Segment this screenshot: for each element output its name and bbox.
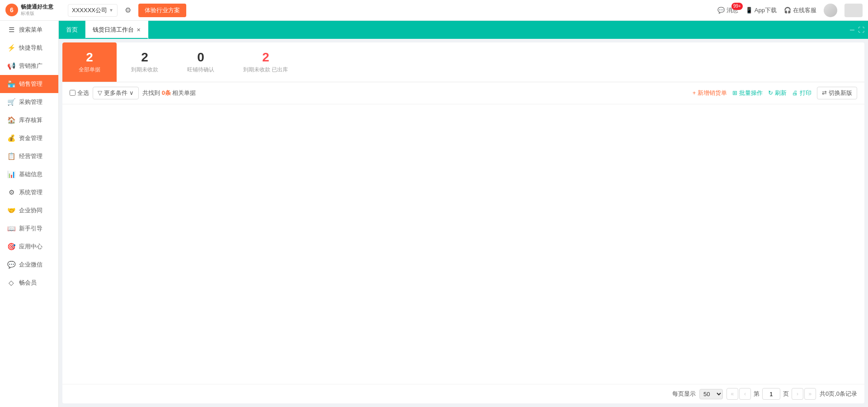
stat-card-out[interactable]: 2 到期未收款 已出库 bbox=[229, 42, 302, 82]
batch-icon: ⊞ bbox=[732, 89, 737, 96]
wechat-icon: 💬 bbox=[7, 261, 15, 269]
tab-close-icon[interactable]: ✕ bbox=[137, 28, 141, 33]
inventory-icon: 🏠 bbox=[7, 116, 15, 124]
sidebar-item-finance[interactable]: 💰 资金管理 bbox=[0, 129, 58, 147]
page-input[interactable] bbox=[762, 388, 780, 400]
main-content: 2 全部单据 2 到期未收款 0 旺铺待确认 2 到期未收款 已出库 全选 bbox=[59, 39, 868, 407]
guide-icon: 📖 bbox=[7, 225, 15, 233]
page-label: 第 bbox=[754, 390, 760, 398]
tab-bar-actions: ─ ⛶ bbox=[850, 26, 868, 33]
quick-nav-icon: ⚡ bbox=[7, 44, 15, 52]
sidebar-item-enterprise[interactable]: 🤝 企业协同 bbox=[0, 201, 58, 220]
online-service-button[interactable]: 🎧 在线客服 bbox=[784, 6, 816, 14]
sidebar-item-guide[interactable]: 📖 新手引导 bbox=[0, 220, 58, 238]
logo-area: 6 畅捷通好生意 标准版 bbox=[5, 4, 64, 16]
company-selector[interactable]: XXXXXX公司 ▼ bbox=[68, 4, 118, 17]
sidebar-item-sales[interactable]: 🏪 销售管理 bbox=[0, 75, 58, 93]
app-download-button[interactable]: 📱 App下载 bbox=[745, 6, 777, 14]
tab-minimize-icon[interactable]: ─ bbox=[850, 26, 854, 33]
pagination: 每页显示 50 100 200 « ‹ 第 页 › » 共0页,0条记录 bbox=[62, 384, 864, 403]
sidebar-item-label: 基础信息 bbox=[19, 170, 42, 178]
sidebar-item-appstore[interactable]: 🎯 应用中心 bbox=[0, 238, 58, 256]
appstore-icon: 🎯 bbox=[7, 243, 15, 251]
sidebar-item-member[interactable]: ◇ 畅会员 bbox=[0, 274, 58, 292]
print-button[interactable]: 🖨 打印 bbox=[792, 89, 811, 97]
batch-button[interactable]: ⊞ 批量操作 bbox=[732, 89, 763, 97]
toolbar-right: + 新增销货单 ⊞ 批量操作 ↻ 刷新 🖨 打印 ⇄ 切换新版 bbox=[693, 87, 857, 99]
content-panel: 2 全部单据 2 到期未收款 0 旺铺待确认 2 到期未收款 已出库 全选 bbox=[62, 42, 864, 403]
tab-work[interactable]: 钱货日清工作台 ✕ bbox=[85, 21, 148, 39]
sidebar-item-label: 营销推广 bbox=[19, 62, 42, 70]
sidebar-item-label: 新手引导 bbox=[19, 225, 42, 233]
chevron-down-icon: ▼ bbox=[109, 8, 113, 13]
add-button[interactable]: + 新增销货单 bbox=[693, 89, 727, 97]
stat-card-overdue[interactable]: 2 到期未收款 bbox=[117, 42, 173, 82]
page-size-select[interactable]: 50 100 200 bbox=[699, 389, 723, 399]
refresh-button[interactable]: ↻ 刷新 bbox=[768, 89, 787, 97]
avatar[interactable] bbox=[824, 4, 837, 17]
select-all-input[interactable] bbox=[70, 90, 75, 96]
stat-card-all[interactable]: 2 全部单据 bbox=[62, 42, 117, 82]
sidebar-item-inventory[interactable]: 🏠 库存核算 bbox=[0, 111, 58, 129]
service-icon: 🎧 bbox=[784, 7, 791, 14]
logo-icon: 6 bbox=[5, 4, 18, 16]
prev-page-button[interactable]: ‹ bbox=[739, 388, 751, 400]
settings-button[interactable]: ⚙ bbox=[121, 4, 135, 17]
toolbar: 全选 ▽ 更多条件 ∨ 共找到 0条 相关单据 + 新增销货单 ⊞ bbox=[62, 82, 864, 104]
chevron-down-icon: ∨ bbox=[129, 89, 134, 96]
search-menu-icon: ☰ bbox=[7, 26, 15, 34]
switch-icon: ⇄ bbox=[822, 89, 827, 96]
tab-expand-icon[interactable]: ⛶ bbox=[858, 26, 864, 33]
filter-button[interactable]: ▽ 更多条件 ∨ bbox=[93, 87, 139, 99]
top-header: 6 畅捷通好生意 标准版 XXXXXX公司 ▼ ⚙ 体验行业方案 💬 消息 99… bbox=[0, 0, 868, 21]
last-page-button[interactable]: » bbox=[804, 388, 816, 400]
sidebar-item-label: 库存核算 bbox=[19, 116, 42, 124]
download-icon: 📱 bbox=[745, 7, 753, 14]
filter-icon: ▽ bbox=[98, 89, 102, 96]
system-icon: ⚙ bbox=[7, 188, 15, 196]
sales-icon: 🏪 bbox=[7, 80, 15, 88]
sidebar-item-marketing[interactable]: 📢 营销推广 bbox=[0, 57, 58, 75]
sidebar-item-wechat[interactable]: 💬 企业微信 bbox=[0, 256, 58, 274]
page-total: 共0页,0条记录 bbox=[820, 390, 857, 398]
sidebar-item-label: 搜索菜单 bbox=[19, 26, 42, 34]
sidebar-item-label: 资金管理 bbox=[19, 134, 42, 142]
purchase-icon: 🛒 bbox=[7, 98, 15, 106]
header-right: 💬 消息 99+ 📱 App下载 🎧 在线客服 bbox=[717, 4, 863, 17]
next-page-button[interactable]: › bbox=[792, 388, 803, 400]
refresh-icon: ↻ bbox=[768, 89, 773, 96]
sidebar-item-purchase[interactable]: 🛒 采购管理 bbox=[0, 93, 58, 111]
sidebar-item-label: 畅会员 bbox=[19, 279, 37, 287]
avatar-image bbox=[824, 4, 837, 17]
page-label-end: 页 bbox=[783, 390, 789, 398]
sidebar-item-search[interactable]: ☰ 搜索菜单 bbox=[0, 21, 58, 39]
sidebar-item-label: 销售管理 bbox=[19, 80, 42, 88]
sidebar-item-label: 应用中心 bbox=[19, 243, 42, 251]
sidebar-item-basic[interactable]: 📊 基础信息 bbox=[0, 165, 58, 183]
member-icon: ◇ bbox=[7, 279, 15, 287]
table-area bbox=[62, 104, 864, 384]
sidebar-item-label: 系统管理 bbox=[19, 188, 42, 196]
sidebar-item-label: 快捷导航 bbox=[19, 44, 42, 52]
select-all-checkbox[interactable]: 全选 bbox=[70, 89, 89, 97]
user-menu[interactable] bbox=[844, 4, 863, 17]
print-icon: 🖨 bbox=[792, 89, 798, 96]
sidebar-item-system[interactable]: ⚙ 系统管理 bbox=[0, 183, 58, 201]
sidebar-item-label: 经营管理 bbox=[19, 152, 42, 160]
logo-text: 畅捷通好生意 标准版 bbox=[21, 4, 53, 16]
switch-version-button[interactable]: ⇄ 切换新版 bbox=[817, 87, 857, 99]
message-button[interactable]: 💬 消息 99+ bbox=[717, 6, 738, 14]
sidebar-item-label: 企业微信 bbox=[19, 261, 42, 269]
sidebar-item-label: 采购管理 bbox=[19, 98, 42, 106]
found-text: 共找到 0条 相关单据 bbox=[142, 89, 196, 97]
tab-home[interactable]: 首页 bbox=[59, 21, 85, 39]
stat-cards: 2 全部单据 2 到期未收款 0 旺铺待确认 2 到期未收款 已出库 bbox=[62, 42, 864, 82]
stat-card-pending[interactable]: 0 旺铺待确认 bbox=[173, 42, 229, 82]
finance-icon: 💰 bbox=[7, 134, 15, 142]
sidebar-item-quick[interactable]: ⚡ 快捷导航 bbox=[0, 39, 58, 57]
marketing-icon: 📢 bbox=[7, 62, 15, 70]
sidebar-item-operations[interactable]: 📋 经营管理 bbox=[0, 147, 58, 165]
first-page-button[interactable]: « bbox=[726, 388, 738, 400]
message-icon: 💬 bbox=[717, 7, 725, 14]
experience-button[interactable]: 体验行业方案 bbox=[138, 4, 186, 17]
